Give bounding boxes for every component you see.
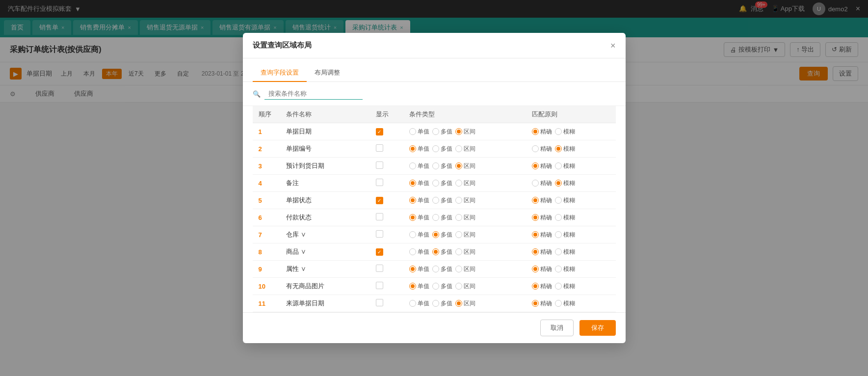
type-option-单值[interactable]: 单值	[409, 231, 429, 239]
match-option-精确[interactable]: 精确	[532, 265, 552, 273]
match-option-模糊[interactable]: 模糊	[555, 162, 575, 170]
type-option-多值[interactable]: 多值	[432, 128, 452, 136]
match-option-精确[interactable]: 精确	[532, 145, 552, 153]
dialog-tab-query[interactable]: 查询字段设置	[253, 64, 307, 82]
match-option-精确[interactable]: 精确	[532, 196, 552, 205]
save-button[interactable]: 保存	[579, 320, 616, 336]
cell-match: 精确模糊	[526, 243, 615, 261]
type-option-单值[interactable]: 单值	[409, 299, 429, 308]
display-checkbox[interactable]	[376, 248, 383, 256]
type-option-多值[interactable]: 多值	[432, 248, 452, 256]
type-option-多值[interactable]: 多值	[432, 299, 452, 308]
type-option-单值[interactable]: 单值	[409, 145, 429, 153]
match-option-精确[interactable]: 精确	[532, 282, 552, 291]
type-option-区间[interactable]: 区间	[455, 282, 475, 291]
type-option-单值[interactable]: 单值	[409, 179, 429, 188]
cell-display	[370, 209, 403, 226]
type-option-区间[interactable]: 区间	[455, 162, 475, 170]
type-option-单值[interactable]: 单值	[409, 265, 429, 273]
radio-circle	[455, 180, 462, 187]
type-option-多值[interactable]: 多值	[432, 231, 452, 239]
radio-label: 模糊	[563, 145, 575, 153]
radio-label: 多值	[441, 128, 452, 136]
display-checkbox[interactable]	[376, 230, 383, 238]
match-option-模糊[interactable]: 模糊	[555, 214, 575, 222]
type-option-区间[interactable]: 区间	[455, 145, 475, 153]
type-option-区间[interactable]: 区间	[455, 214, 475, 222]
type-option-多值[interactable]: 多值	[432, 145, 452, 153]
type-option-单值[interactable]: 单值	[409, 214, 429, 222]
type-option-单值[interactable]: 单值	[409, 282, 429, 291]
radio-label: 多值	[441, 214, 452, 222]
radio-label: 模糊	[563, 128, 575, 136]
type-option-多值[interactable]: 多值	[432, 179, 452, 188]
type-option-区间[interactable]: 区间	[455, 299, 475, 308]
search-icon: 🔍	[253, 90, 261, 98]
match-option-模糊[interactable]: 模糊	[555, 128, 575, 136]
match-option-模糊[interactable]: 模糊	[555, 282, 575, 291]
type-option-多值[interactable]: 多值	[432, 162, 452, 170]
match-option-精确[interactable]: 精确	[532, 179, 552, 188]
dialog-close-button[interactable]: ×	[610, 41, 616, 50]
radio-circle	[532, 145, 539, 152]
display-checkbox[interactable]	[376, 299, 383, 306]
display-checkbox[interactable]	[376, 213, 383, 220]
display-checkbox[interactable]	[376, 265, 383, 272]
search-input[interactable]	[264, 88, 363, 100]
display-checkbox[interactable]	[376, 144, 383, 152]
radio-label: 精确	[540, 214, 552, 222]
type-option-区间[interactable]: 区间	[455, 196, 475, 205]
order-number: 1	[259, 128, 262, 135]
radio-circle	[432, 231, 439, 238]
match-option-精确[interactable]: 精确	[532, 299, 552, 308]
radio-label: 多值	[441, 145, 452, 153]
radio-circle	[555, 180, 562, 187]
cancel-button[interactable]: 取消	[540, 320, 574, 336]
match-option-精确[interactable]: 精确	[532, 162, 552, 170]
match-option-模糊[interactable]: 模糊	[555, 196, 575, 205]
match-option-模糊[interactable]: 模糊	[555, 299, 575, 308]
match-option-精确[interactable]: 精确	[532, 214, 552, 222]
type-option-多值[interactable]: 多值	[432, 214, 452, 222]
cell-match: 精确模糊	[526, 140, 615, 158]
type-option-单值[interactable]: 单值	[409, 162, 429, 170]
type-option-区间[interactable]: 区间	[455, 179, 475, 188]
cell-order: 9	[253, 261, 281, 278]
table-row: 5单据状态单值多值区间精确模糊	[253, 192, 616, 209]
type-option-区间[interactable]: 区间	[455, 128, 475, 136]
cell-name: 单据日期	[280, 123, 369, 140]
radio-circle	[532, 300, 539, 307]
dialog-title: 设置查询区域布局	[253, 41, 312, 50]
radio-circle	[455, 128, 462, 135]
type-option-多值[interactable]: 多值	[432, 282, 452, 291]
cell-type: 单值多值区间	[403, 226, 526, 243]
type-option-单值[interactable]: 单值	[409, 128, 429, 136]
display-checkbox[interactable]	[376, 197, 383, 204]
type-option-区间[interactable]: 区间	[455, 248, 475, 256]
display-checkbox[interactable]	[376, 128, 383, 135]
type-option-区间[interactable]: 区间	[455, 265, 475, 273]
radio-label: 区间	[464, 179, 475, 188]
match-option-模糊[interactable]: 模糊	[555, 179, 575, 188]
match-option-精确[interactable]: 精确	[532, 128, 552, 136]
radio-circle	[409, 162, 416, 169]
type-option-多值[interactable]: 多值	[432, 265, 452, 273]
dialog-tab-layout[interactable]: 布局调整	[307, 64, 348, 82]
cell-order: 1	[253, 123, 281, 140]
type-option-单值[interactable]: 单值	[409, 248, 429, 256]
match-option-模糊[interactable]: 模糊	[555, 145, 575, 153]
match-option-精确[interactable]: 精确	[532, 231, 552, 239]
display-checkbox[interactable]	[376, 179, 383, 186]
table-row: 8商品 ∨单值多值区间精确模糊	[253, 243, 616, 261]
display-checkbox[interactable]	[376, 282, 383, 289]
match-option-模糊[interactable]: 模糊	[555, 265, 575, 273]
display-checkbox[interactable]	[376, 161, 383, 169]
type-option-单值[interactable]: 单值	[409, 196, 429, 205]
match-option-模糊[interactable]: 模糊	[555, 231, 575, 239]
cell-order: 6	[253, 209, 281, 226]
radio-circle	[455, 145, 462, 152]
match-option-精确[interactable]: 精确	[532, 248, 552, 256]
type-option-多值[interactable]: 多值	[432, 196, 452, 205]
type-option-区间[interactable]: 区间	[455, 231, 475, 239]
match-option-模糊[interactable]: 模糊	[555, 248, 575, 256]
